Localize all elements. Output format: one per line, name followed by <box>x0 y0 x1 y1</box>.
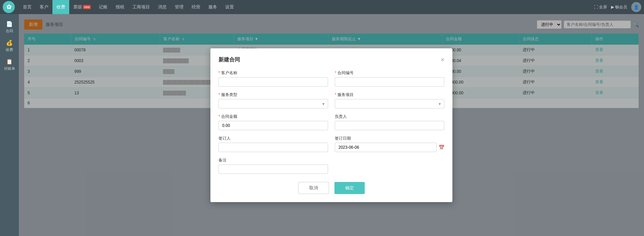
nav-tax[interactable]: 报税 <box>112 0 128 14</box>
cancel-button[interactable]: 取消 <box>298 182 329 194</box>
nav-message[interactable]: 消息 <box>154 0 171 14</box>
form-row-1: 客户名称 合同编号 <box>218 70 444 87</box>
nav-accounts[interactable]: 记账 <box>95 0 112 14</box>
contract-no-input[interactable] <box>335 77 444 87</box>
new-contract-modal: 新建合同 × 客户名称 合同编号 服务类型 <box>210 48 452 202</box>
fee-icon: 💰 <box>6 39 13 46</box>
sidebar-item-label-contract: 合同 <box>6 29 13 34</box>
form-row-2: 服务类型 服务项目 <box>218 92 444 108</box>
nav-manage[interactable]: 管理 <box>171 0 188 14</box>
service-item-select[interactable] <box>335 99 444 108</box>
play-icon: ▶ <box>611 5 614 9</box>
form-row-3: 合同金额 负责人 <box>218 114 444 130</box>
modal-header: 新建合同 × <box>218 56 444 63</box>
field-signer: 签订人 <box>218 136 328 152</box>
avatar-icon: 👤 <box>634 5 639 10</box>
sidebar: 📄 合同 💰 收费 📋 对账单 <box>0 14 19 236</box>
nav-home[interactable]: 首页 <box>19 0 36 14</box>
modal-title: 新建合同 <box>218 56 240 63</box>
remark-input[interactable] <box>218 164 328 174</box>
service-type-select-wrap <box>218 99 328 108</box>
app-logo: ✿ <box>3 1 15 13</box>
service-type-label: 服务类型 <box>218 92 328 98</box>
new-badge: new <box>83 5 91 9</box>
field-service-type: 服务类型 <box>218 92 328 108</box>
fullscreen-button[interactable]: ⛶ 全屏 <box>594 4 607 10</box>
modal-footer: 取消 确定 <box>218 182 444 194</box>
nav-service[interactable]: 服务 <box>204 0 221 14</box>
service-item-select-wrap <box>335 99 444 108</box>
sign-date-input[interactable] <box>335 143 437 152</box>
sidebar-item-reconcile[interactable]: 📋 对账单 <box>0 55 19 74</box>
top-nav: ✿ 首页 客户 收费 票据 new 记账 报税 工商项目 消息 管理 经营 服务… <box>0 0 644 14</box>
form-row-4: 签订人 签订日期 📅 <box>218 136 444 152</box>
nav-customer[interactable]: 客户 <box>36 0 52 14</box>
service-item-label: 服务项目 <box>335 92 444 98</box>
field-sign-date: 签订日期 📅 <box>335 136 444 152</box>
nav-business[interactable]: 工商项目 <box>128 0 154 14</box>
member-button[interactable]: ▶ 畅会员 <box>611 4 627 10</box>
signer-label: 签订人 <box>218 136 328 141</box>
modal-close-button[interactable]: × <box>441 56 444 63</box>
remark-label: 备注 <box>218 157 328 163</box>
sidebar-item-fee[interactable]: 💰 收费 <box>0 36 19 55</box>
calendar-icon[interactable]: 📅 <box>439 145 444 150</box>
field-service-item: 服务项目 <box>335 92 444 108</box>
user-avatar[interactable]: 👤 <box>631 2 641 12</box>
fullscreen-icon: ⛶ <box>594 5 598 9</box>
field-contract-amount: 合同金额 <box>218 114 328 130</box>
contract-amount-label: 合同金额 <box>218 114 328 120</box>
content-area: 新增 服务项目 进行中 已完成 已终止 🔍 序号 合同编号 ⇅ 客户名称 ⇅ 服… <box>19 14 644 236</box>
field-contract-no: 合同编号 <box>335 70 444 87</box>
field-customer-name: 客户名称 <box>218 70 328 87</box>
responsible-person-label: 负责人 <box>335 114 444 120</box>
contract-amount-input[interactable] <box>218 121 328 130</box>
nav-invoice[interactable]: 收费 <box>52 0 69 14</box>
sidebar-item-label-reconcile: 对账单 <box>4 66 15 71</box>
confirm-button[interactable]: 确定 <box>334 182 365 194</box>
nav-operation[interactable]: 经营 <box>188 0 204 14</box>
contract-icon: 📄 <box>6 20 13 28</box>
reconcile-icon: 📋 <box>6 58 13 65</box>
form-row-5: 备注 <box>218 157 444 174</box>
sidebar-item-label-fee: 收费 <box>6 47 13 52</box>
customer-name-label: 客户名称 <box>218 70 328 76</box>
nav-settings[interactable]: 设置 <box>221 0 238 14</box>
top-nav-right: ⛶ 全屏 ▶ 畅会员 👤 <box>594 2 641 12</box>
customer-name-input[interactable] <box>218 77 328 87</box>
field-remark: 备注 <box>218 157 328 174</box>
main-layout: 📄 合同 💰 收费 📋 对账单 新增 服务项目 进行中 已完成 已终止 � <box>0 14 644 236</box>
sign-date-row: 📅 <box>335 143 444 152</box>
service-type-select[interactable] <box>218 99 328 108</box>
signer-input[interactable] <box>218 143 328 152</box>
sidebar-item-contract[interactable]: 📄 合同 <box>0 17 19 36</box>
responsible-person-input[interactable] <box>335 121 444 130</box>
sign-date-label: 签订日期 <box>335 136 444 141</box>
field-responsible-person: 负责人 <box>335 114 444 130</box>
nav-ticket[interactable]: 票据 new <box>69 0 95 14</box>
contract-no-label: 合同编号 <box>335 70 444 76</box>
